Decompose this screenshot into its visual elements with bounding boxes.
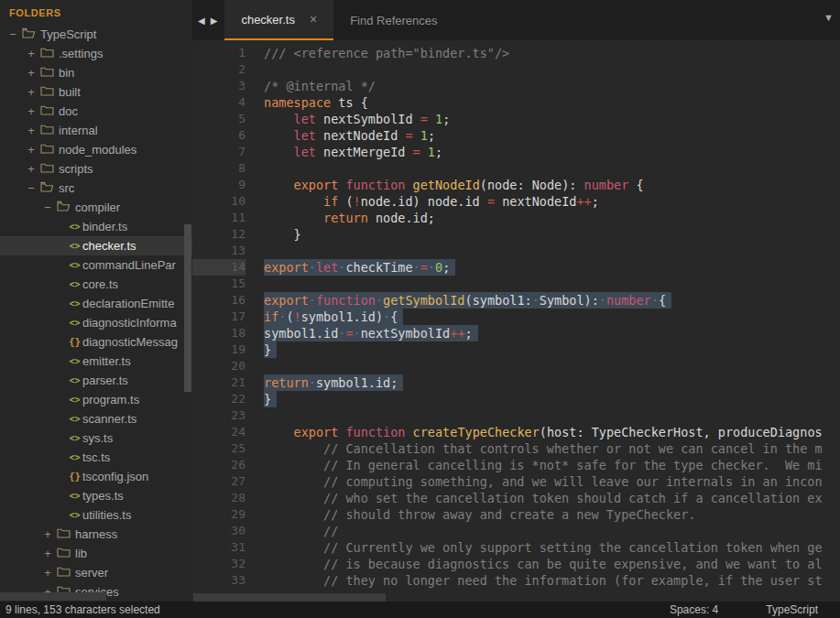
sidebar-item-core-ts[interactable]: <>core.ts <box>0 275 192 294</box>
tab-checker-ts[interactable]: checker.ts × <box>224 0 333 40</box>
expand-icon[interactable]: + <box>26 121 37 140</box>
code-line[interactable]: 21return·symbol1.id; <box>192 374 840 391</box>
expand-icon[interactable]: + <box>42 563 53 582</box>
line-number[interactable]: 4 <box>192 94 245 111</box>
expand-icon[interactable]: + <box>42 544 53 563</box>
sidebar-item-declarationemitte[interactable]: <>declarationEmitte <box>0 294 192 313</box>
sidebar-item-binder-ts[interactable]: <>binder.ts <box>0 217 192 236</box>
line-number[interactable]: 5 <box>192 111 245 127</box>
expand-icon[interactable]: + <box>26 63 37 82</box>
sidebar-horizontal-scrollbar[interactable] <box>0 592 106 601</box>
expand-icon[interactable]: + <box>26 44 37 63</box>
line-number[interactable]: 25 <box>192 440 245 457</box>
line-number[interactable]: 29 <box>192 506 245 523</box>
code-line[interactable]: 19} <box>192 342 840 358</box>
line-number[interactable]: 26 <box>192 457 245 473</box>
code-line[interactable]: 23 <box>192 407 840 424</box>
collapse-icon[interactable]: − <box>7 25 18 44</box>
code-line[interactable]: 6 let nextNodeId = 1; <box>192 127 840 144</box>
line-number[interactable]: 30 <box>192 523 245 539</box>
sidebar-item-typescript[interactable]: −TypeScript <box>0 25 192 44</box>
code-line[interactable]: 11 return node.id; <box>192 210 840 226</box>
close-icon[interactable]: × <box>310 12 317 27</box>
prev-tab-arrow-icon[interactable]: ◀ <box>198 16 205 26</box>
sidebar-item-commandlinepar[interactable]: <>commandLinePar <box>0 255 192 275</box>
line-number[interactable]: 1 <box>192 45 245 61</box>
code-line[interactable]: 30 // <box>192 523 840 539</box>
code-line[interactable]: 25 // Cancellation that controls whether… <box>192 440 840 457</box>
line-number[interactable]: 7 <box>192 144 245 160</box>
sidebar-item-settings[interactable]: +.settings <box>0 44 192 63</box>
sidebar-item-sys-ts[interactable]: <>sys.ts <box>0 428 192 448</box>
indentation-setting[interactable]: Spaces: 4 <box>670 603 718 616</box>
code-line[interactable]: 28 // who set the cancellation token sho… <box>192 490 840 506</box>
sidebar-item-compiler[interactable]: −compiler <box>0 198 192 217</box>
line-number[interactable]: 21 <box>192 374 245 391</box>
collapse-icon[interactable]: − <box>26 179 37 198</box>
line-number[interactable]: 12 <box>192 226 245 243</box>
expand-icon[interactable]: + <box>42 525 53 544</box>
line-number[interactable]: 18 <box>192 325 245 342</box>
sidebar-item-types-ts[interactable]: <>types.ts <box>0 486 192 505</box>
line-number[interactable]: 2 <box>192 61 245 78</box>
sidebar-item-internal[interactable]: +internal <box>0 121 192 140</box>
syntax-setting[interactable]: TypeScript <box>766 603 818 616</box>
sidebar-item-doc[interactable]: +doc <box>0 102 192 121</box>
line-number[interactable]: 33 <box>192 572 245 589</box>
line-number[interactable]: 9 <box>192 177 245 193</box>
code-line[interactable]: 4namespace ts { <box>192 94 840 111</box>
code-line[interactable]: 29 // should throw away and create a new… <box>192 506 840 523</box>
code-line[interactable]: 32 // is because diagnostics can be quit… <box>192 556 840 572</box>
line-number[interactable]: 8 <box>192 160 245 177</box>
code-line[interactable]: 13 <box>192 243 840 259</box>
sidebar-item-utilities-ts[interactable]: <>utilities.ts <box>0 505 192 525</box>
sidebar-item-harness[interactable]: +harness <box>0 525 192 544</box>
code-line[interactable]: 26 // In general cancelling is *not* saf… <box>192 457 840 473</box>
code-line[interactable]: 24 export function createTypeChecker(hos… <box>192 424 840 440</box>
line-number[interactable]: 20 <box>192 358 245 374</box>
line-number[interactable]: 16 <box>192 292 245 309</box>
line-number[interactable]: 28 <box>192 490 245 506</box>
sidebar-item-tsc-ts[interactable]: <>tsc.ts <box>0 448 192 467</box>
tab-find-references[interactable]: Find References <box>333 0 453 40</box>
code-line[interactable]: 22} <box>192 391 840 407</box>
line-number[interactable]: 15 <box>192 276 245 292</box>
sidebar-item-scripts[interactable]: +scripts <box>0 159 192 179</box>
code-line[interactable]: 12 } <box>192 226 840 243</box>
code-line[interactable]: 31 // Currently we only support setting … <box>192 539 840 556</box>
line-number[interactable]: 24 <box>192 424 245 440</box>
line-number[interactable]: 10 <box>192 193 245 210</box>
code-line[interactable]: 16export·function·getSymbolId(symbol1:·S… <box>192 292 840 309</box>
sidebar-item-lib[interactable]: +lib <box>0 544 192 563</box>
sidebar-item-server[interactable]: +server <box>0 563 192 582</box>
code-line[interactable]: 1/// <reference path="binder.ts"/> <box>192 45 840 61</box>
line-number[interactable]: 14 <box>192 259 245 276</box>
next-tab-arrow-icon[interactable]: ▶ <box>211 16 218 26</box>
collapse-icon[interactable]: − <box>42 198 53 217</box>
sidebar-item-built[interactable]: +built <box>0 82 192 102</box>
expand-icon[interactable]: + <box>26 82 37 102</box>
line-number[interactable]: 23 <box>192 407 245 424</box>
sidebar-item-node-modules[interactable]: +node_modules <box>0 140 192 159</box>
line-number[interactable]: 3 <box>192 78 245 94</box>
sidebar-item-src[interactable]: −src <box>0 179 192 198</box>
sidebar-item-diagnosticinforma[interactable]: <>diagnosticInforma <box>0 313 192 332</box>
line-number[interactable]: 31 <box>192 539 245 556</box>
code-line[interactable]: 27 // computing something, and we will l… <box>192 473 840 490</box>
code-line[interactable]: 2 <box>192 61 840 78</box>
sidebar-item-scanner-ts[interactable]: <>scanner.ts <box>0 409 192 428</box>
code-line[interactable]: 5 let nextSymbolId = 1; <box>192 111 840 127</box>
code-line[interactable]: 14export·let·checkTime·=·0; <box>192 259 840 276</box>
sidebar-vertical-scrollbar[interactable] <box>184 224 191 392</box>
editor-horizontal-scrollbar[interactable] <box>193 593 386 602</box>
line-number[interactable]: 13 <box>192 243 245 259</box>
line-number[interactable]: 19 <box>192 342 245 358</box>
line-number[interactable]: 32 <box>192 556 245 572</box>
sidebar-item-program-ts[interactable]: <>program.ts <box>0 390 192 409</box>
expand-icon[interactable]: + <box>26 159 37 179</box>
code-editor[interactable]: 1/// <reference path="binder.ts"/>23/* @… <box>192 40 840 602</box>
code-line[interactable]: 9 export function getNodeId(node: Node):… <box>192 177 840 193</box>
line-number[interactable]: 17 <box>192 309 245 325</box>
code-line[interactable]: 7 let nextMergeId = 1; <box>192 144 840 160</box>
sidebar-item-emitter-ts[interactable]: <>emitter.ts <box>0 352 192 371</box>
